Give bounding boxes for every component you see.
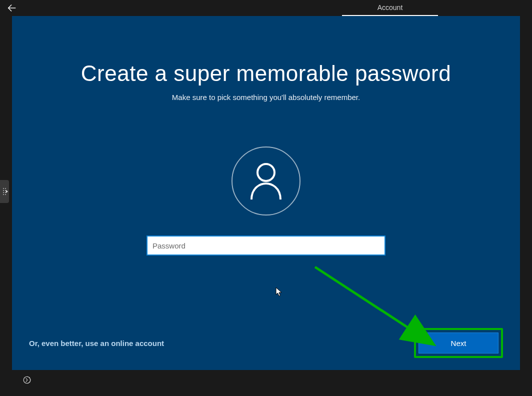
ease-of-access-icon <box>22 376 32 384</box>
person-icon <box>248 162 284 200</box>
password-input[interactable] <box>146 236 386 256</box>
next-button-highlight: Next <box>414 328 503 358</box>
ease-of-access-button[interactable] <box>17 370 37 390</box>
mouse-cursor-icon <box>276 287 282 297</box>
back-button[interactable] <box>0 0 24 16</box>
password-row <box>12 236 520 256</box>
svg-point-1 <box>258 164 274 181</box>
next-button[interactable]: Next <box>418 332 498 354</box>
bottom-bar <box>12 370 520 390</box>
back-arrow-icon <box>6 2 18 14</box>
window-frame: Account Create a super memorable passwor… <box>0 0 532 396</box>
user-avatar-icon <box>232 146 300 216</box>
avatar-container <box>12 146 520 216</box>
bottom-actions: Or, even better, use an online account N… <box>29 328 503 358</box>
chevron-right-icon <box>6 190 8 193</box>
top-bar: Account <box>0 0 532 16</box>
setup-stage: Create a super memorable password Make s… <box>12 16 520 370</box>
page-subtitle: Make sure to pick something you'll absol… <box>12 93 520 102</box>
page-title: Create a super memorable password <box>12 61 520 86</box>
tab-account[interactable]: Account <box>342 0 438 16</box>
side-panel-handle[interactable] <box>0 180 9 203</box>
use-online-account-link[interactable]: Or, even better, use an online account <box>29 339 164 348</box>
